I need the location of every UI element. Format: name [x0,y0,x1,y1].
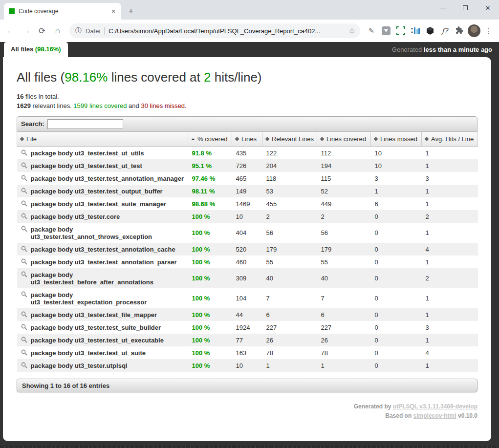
magnifier-icon [21,258,27,265]
avg-hits-cell: 1 [422,159,478,172]
covered-cell: 100 % [188,210,232,223]
file-name: package body ut3_tester.test_ut_suite [31,349,146,357]
file-link[interactable]: package body ut3_tester.test_annotation_… [21,258,186,266]
file-name: package body ut3_tester.test_before_afte… [31,271,186,286]
relevant-cell: 204 [262,159,317,172]
file-link[interactable]: package body ut3_tester.core [21,213,186,220]
file-name: package body ut3_tester.test_file_mapper [31,311,157,319]
file-link[interactable]: package body ut3_tester.test_file_mapper [21,311,186,319]
browser-menu-icon[interactable]: ⋮ [482,24,495,37]
column-label: % covered [197,135,227,143]
column-label: File [26,135,37,143]
file-cell: package body ut3_tester.test_annotation_… [17,172,188,185]
extension-screenshot-icon[interactable] [394,24,407,37]
coverage-table-body: package body ut3_tester.test_ut_utils91.… [17,147,478,372]
close-window-button[interactable]: ✕ [477,0,499,16]
tab-title: Code coverage [19,8,106,15]
back-icon[interactable]: ← [4,24,18,38]
file-link[interactable]: package body ut3_tester.test_ut_suite [21,349,186,357]
magnifier-icon [21,311,27,318]
maximize-button[interactable] [454,0,477,16]
sort-both-icon [320,137,324,141]
file-link[interactable]: package body ut3_tester.test_suite_manag… [21,200,186,208]
reload-icon[interactable]: ⟳ [35,24,49,38]
file-name: package body ut3_tester.test_output_buff… [31,187,163,195]
avg-hits-cell: 1 [422,308,478,321]
column-header-lines[interactable]: Lines [232,132,262,147]
sort-both-icon [265,137,269,141]
relevant-cell: 40 [262,268,317,288]
avg-hits-cell: 3 [422,321,478,334]
home-icon[interactable]: ⌂ [51,24,65,38]
file-link[interactable]: package body ut3_tester.test_ut_test [21,162,186,170]
column-header-file[interactable]: File [17,132,188,147]
sort-both-icon [374,137,378,141]
file-link[interactable]: package body ut3_tester.test_ut_utils [21,149,186,157]
lines-covered-cell: 55 [317,256,371,268]
file-cell: package body ut3_tester.test_annotation_… [17,243,188,256]
browser-tab[interactable]: Code coverage ✕ [4,3,121,20]
generated-timestamp: Generated less than a minute ago [392,46,492,53]
file-link[interactable]: package body ut3_tester.test_annot_throw… [21,225,186,240]
table-row: package body ut3_tester.test_suite_build… [17,321,478,334]
avg-hits-cell: 1 [422,359,478,372]
file-link[interactable]: package body ut3_tester.test_suite_build… [21,323,186,331]
column-header-relevant[interactable]: Relevant Lines [262,132,317,147]
file-cell: package body ut3_tester.test_annotation_… [17,256,188,268]
table-row: package body ut3_tester.test_ut_test95.1… [17,159,478,172]
lines-cell: 465 [232,172,262,185]
file-link[interactable]: package body ut3_tester.test_ut_executab… [21,336,186,344]
percent-covered-value: 100 % [192,229,210,236]
file-link[interactable]: package body ut3_tester.test_output_buff… [21,187,186,195]
sort-both-icon [20,137,24,141]
column-header-lines_missed[interactable]: Lines missed [371,132,422,147]
simplecov-html-link[interactable]: simplecov-html [413,412,456,419]
extensions-puzzle-icon[interactable] [453,24,466,37]
covered-cell: 100 % [188,359,232,372]
column-header-avg_hits[interactable]: Avg. Hits / Line [422,132,478,147]
file-link[interactable]: package body ut3_tester.utplsql [21,362,186,369]
avg-hits-cell: 1 [422,147,478,160]
lines-covered-cell: 112 [317,147,371,160]
extension-cube-icon[interactable] [424,24,436,37]
file-link[interactable]: package body ut3_tester.test_expectation… [21,291,186,306]
lines-missed-cell: 0 [371,256,422,268]
page-info-icon[interactable]: ⓘ [75,26,82,35]
coverage-report-page: All files (98.16%) Generated less than a… [0,42,499,448]
profile-avatar[interactable] [468,24,480,37]
file-cell: package body ut3_tester.test_annot_throw… [17,223,188,243]
url-scheme-label: Datei [86,27,100,35]
magnifier-icon [21,271,27,277]
tab-all-files[interactable]: All files (98.16%) [4,42,68,57]
tab-close-icon[interactable]: ✕ [109,7,117,15]
bookmark-star-icon[interactable]: ☆ [349,26,355,35]
table-row: package body ut3_tester.test_ut_suite100… [17,346,478,359]
column-header-lines_covered[interactable]: Lines covered [317,132,371,147]
new-tab-button[interactable]: + [124,4,138,18]
file-link[interactable]: package body ut3_tester.test_before_afte… [21,271,186,286]
avg-hits-cell: 1 [422,334,478,346]
forward-icon[interactable]: → [20,24,33,38]
file-link[interactable]: package body ut3_tester.test_annotation_… [21,174,186,182]
file-link[interactable]: package body ut3_tester.test_annotation_… [21,245,186,253]
address-bar[interactable]: ⓘ Datei C:/Users/simon/AppData/Local/Tem… [69,23,360,38]
relevant-cell: 78 [262,346,317,359]
lines-covered-cell: 78 [317,346,371,359]
table-row: package body ut3_tester.test_annotation_… [17,243,478,256]
magnifier-icon [21,162,27,169]
extension-stats-icon[interactable] [409,24,422,37]
coverage-table-header-row: File% coveredLinesRelevant LinesLines co… [17,132,478,147]
url-text[interactable]: C:/Users/simon/AppData/Local/Temp/utPLSQ… [108,27,345,35]
browser-titlebar: Code coverage ✕ + ✕ [0,0,499,20]
extension-function-help-icon[interactable]: ƒ? [438,24,451,37]
lines-covered-cell: 449 [317,197,371,210]
magnifier-icon [21,226,27,232]
extension-notes-icon[interactable]: ✎ [365,24,378,37]
utplsql-version-link[interactable]: utPLSQL v3.1.11.3469-develop [393,403,477,410]
minimize-button[interactable] [432,0,454,16]
extension-pdf-icon[interactable] [380,24,392,37]
column-label: Relevant Lines [272,135,314,143]
avg-hits-cell: 1 [422,197,478,210]
column-header-covered[interactable]: % covered [188,132,232,147]
search-input[interactable] [47,119,123,129]
